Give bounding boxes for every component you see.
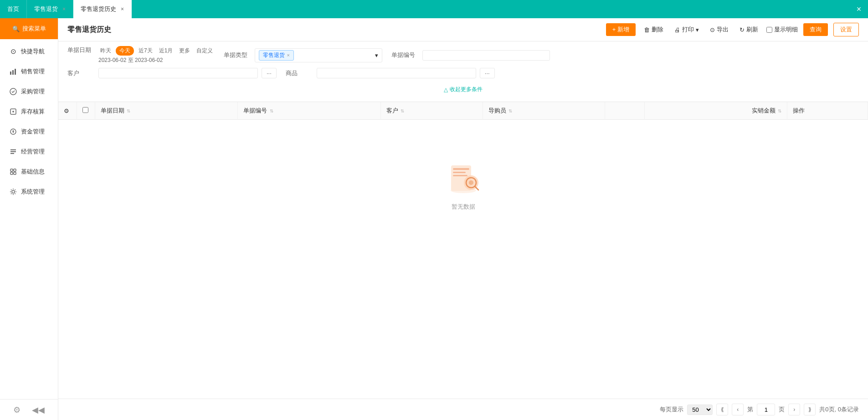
th-guide-label: 导购员 xyxy=(488,107,506,114)
th-customer[interactable]: 客户 ⇅ xyxy=(380,102,483,120)
tab-retail-return-history-label: 零售退货历史 xyxy=(81,5,116,13)
sidebar-item-basic-info-label: 基础信息 xyxy=(21,168,45,176)
last-page-btn[interactable]: ⟫ xyxy=(804,404,816,415)
doc-type-select[interactable]: 零售退货 × ▾ xyxy=(255,48,382,62)
date-btn-custom[interactable]: 自定义 xyxy=(195,46,215,56)
sidebar-item-inventory[interactable]: 库存核算 xyxy=(2,102,56,121)
operations-icon xyxy=(9,148,17,156)
customer-label: 客户 xyxy=(67,69,95,77)
delete-icon: 🗑 xyxy=(644,26,650,33)
date-btn-7days[interactable]: 近7天 xyxy=(137,46,154,56)
th-amount-label: 实销金额 xyxy=(752,107,776,114)
settings-footer-icon[interactable]: ⚙ xyxy=(13,405,21,415)
window-close-button[interactable]: × xyxy=(850,0,868,18)
svg-rect-2 xyxy=(15,69,16,75)
volume-footer-icon[interactable]: ◀◀ xyxy=(32,405,45,415)
svg-rect-16 xyxy=(453,168,469,170)
th-doc-date[interactable]: 单据日期 ⇅ xyxy=(95,102,238,120)
th-checkbox[interactable] xyxy=(77,102,95,120)
filter-date-btns: 昨天 今天 近7天 近1月 更多 自定义 xyxy=(98,46,215,56)
export-icon: ⊙ xyxy=(710,26,715,33)
export-button[interactable]: ⊙ 导出 xyxy=(707,24,731,36)
sidebar-item-quick-nav-label: 快捷导航 xyxy=(21,47,45,56)
customer-ellipsis-btn[interactable]: ··· xyxy=(262,68,277,78)
display-toggle[interactable]: 显示明细 xyxy=(766,26,798,34)
prev-page-btn[interactable]: ‹ xyxy=(732,404,744,415)
doc-type-tag-close[interactable]: × xyxy=(287,52,289,58)
sidebar-item-system[interactable]: 系统管理 xyxy=(2,182,56,201)
page-number-input[interactable] xyxy=(757,404,775,415)
refresh-button[interactable]: ↻ 刷新 xyxy=(737,24,761,36)
sidebar-item-basic-info[interactable]: 基础信息 xyxy=(2,162,56,181)
svg-rect-9 xyxy=(10,169,13,171)
select-all-checkbox[interactable] xyxy=(82,107,88,113)
first-page-btn[interactable]: ⟪ xyxy=(716,404,728,415)
th-settings[interactable]: ⚙ xyxy=(58,102,77,120)
sidebar-item-finance-label: 资金管理 xyxy=(21,128,45,136)
sidebar-menu: ⊙ 快捷导航 销售管理 采购管理 库存核算 xyxy=(0,39,58,399)
add-button[interactable]: + 新增 xyxy=(606,23,636,36)
page-size-select[interactable]: 50 20 100 200 xyxy=(687,405,713,415)
page-header: 零售退货历史 + 新增 🗑 删除 🖨 打印 ▾ ⊙ 导出 ↻ xyxy=(58,18,868,41)
refresh-label: 刷新 xyxy=(746,26,758,34)
doc-type-label: 单据类型 xyxy=(224,51,251,59)
date-btn-yesterday[interactable]: 昨天 xyxy=(98,46,113,56)
tab-retail-return-close[interactable]: × xyxy=(62,6,66,12)
doc-type-dropdown-arrow: ▾ xyxy=(375,52,378,59)
date-btn-more[interactable]: 更多 xyxy=(177,46,192,56)
filter-row-1: 单据日期 昨天 今天 近7天 近1月 更多 自定义 2023-06-02 至 2… xyxy=(67,46,859,64)
table-area: ⚙ 单据日期 ⇅ 单据编号 ⇅ xyxy=(58,102,868,399)
table-header: ⚙ 单据日期 ⇅ 单据编号 ⇅ xyxy=(58,102,868,120)
guide-sort-icon: ⇅ xyxy=(508,108,512,113)
sidebar-item-purchase-mgmt[interactable]: 采购管理 xyxy=(2,82,56,101)
doc-no-input[interactable] xyxy=(422,50,550,61)
export-label: 导出 xyxy=(717,26,729,34)
print-chevron-icon: ▾ xyxy=(696,26,699,33)
th-guide[interactable]: 导购员 ⇅ xyxy=(483,102,605,120)
main-layout: 🔍 搜索菜单 ⊙ 快捷导航 销售管理 采购管理 xyxy=(0,18,868,420)
refresh-icon: ↻ xyxy=(740,26,745,33)
svg-rect-8 xyxy=(10,153,14,154)
sidebar-item-operations-label: 经营管理 xyxy=(21,148,45,156)
sidebar-item-inventory-label: 库存核算 xyxy=(21,108,45,116)
date-btn-today[interactable]: 今天 xyxy=(116,46,134,56)
settings-button[interactable]: 设置 xyxy=(833,23,859,36)
tab-home-label: 首页 xyxy=(7,5,19,13)
sidebar-item-sales-mgmt-label: 销售管理 xyxy=(21,67,45,76)
tab-retail-return-history[interactable]: 零售退货历史 × xyxy=(73,0,132,18)
th-doc-no[interactable]: 单据编号 ⇅ xyxy=(238,102,381,120)
inventory-icon xyxy=(9,108,17,116)
sidebar-item-finance[interactable]: 资金管理 xyxy=(2,122,56,141)
empty-text: 暂无数据 xyxy=(452,203,475,211)
sidebar-item-operations[interactable]: 经营管理 xyxy=(2,142,56,161)
query-button[interactable]: 查询 xyxy=(803,23,828,36)
doc-no-sort-icon: ⇅ xyxy=(270,108,273,113)
tab-home[interactable]: 首页 xyxy=(0,0,27,18)
next-page-btn[interactable]: › xyxy=(788,404,800,415)
th-customer-label: 客户 xyxy=(386,107,398,114)
filter-date-block: 昨天 今天 近7天 近1月 更多 自定义 2023-06-02 至 2023-0… xyxy=(98,46,215,64)
tab-retail-return-history-close[interactable]: × xyxy=(121,6,124,12)
sidebar-item-quick-nav[interactable]: ⊙ 快捷导航 xyxy=(2,42,56,61)
customer-sort-icon: ⇅ xyxy=(401,108,404,113)
doc-type-tag-label: 零售退货 xyxy=(263,51,285,59)
customer-input[interactable] xyxy=(98,68,258,78)
goods-input[interactable] xyxy=(317,68,476,78)
goods-ellipsis-btn[interactable]: ··· xyxy=(480,68,495,78)
th-amount[interactable]: 实销金额 ⇅ xyxy=(644,102,787,120)
delete-button[interactable]: 🗑 删除 xyxy=(641,24,666,36)
svg-rect-12 xyxy=(14,172,16,174)
system-icon xyxy=(9,188,17,196)
collapse-button[interactable]: △ 收起更多条件 xyxy=(438,84,488,95)
quick-nav-icon: ⊙ xyxy=(9,47,17,56)
sidebar-search[interactable]: 🔍 搜索菜单 xyxy=(0,18,58,39)
date-btn-1month[interactable]: 近1月 xyxy=(157,46,175,56)
total-text: 共0页, 0条记录 xyxy=(819,405,859,414)
customer-filter-block: 客户 ··· xyxy=(67,68,277,78)
sidebar-footer: ⚙ ◀◀ xyxy=(0,399,58,420)
sidebar-item-sales-mgmt[interactable]: 销售管理 xyxy=(2,62,56,81)
print-button[interactable]: 🖨 打印 ▾ xyxy=(672,24,702,36)
table-settings-icon[interactable]: ⚙ xyxy=(64,108,69,114)
tab-retail-return[interactable]: 零售退货 × xyxy=(27,0,73,18)
display-toggle-checkbox[interactable] xyxy=(766,27,772,33)
